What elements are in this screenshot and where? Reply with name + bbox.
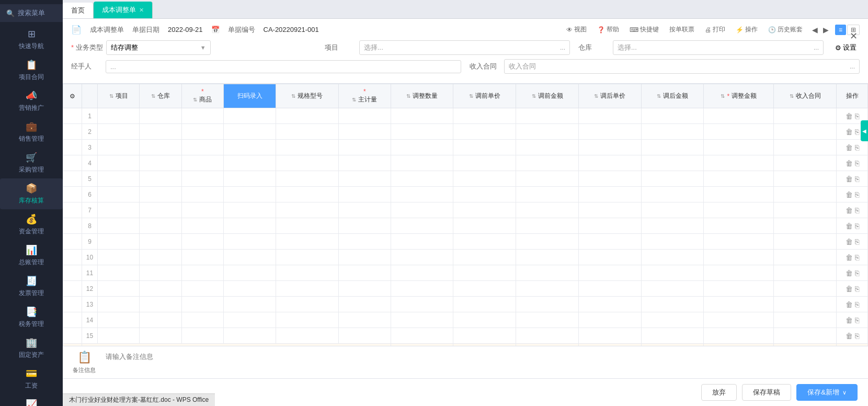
row-income-contract-2[interactable] (774, 124, 837, 140)
row-scan-2[interactable] (224, 124, 276, 140)
row-unit-2[interactable] (338, 124, 391, 140)
row-after-price-15[interactable] (578, 328, 641, 344)
print-btn[interactable]: 🖨 打印 (702, 24, 728, 35)
row-adj-amount-6[interactable] (704, 187, 774, 202)
table-row[interactable]: 1 🗑 ⎘ (63, 108, 868, 124)
row-product-2[interactable] (181, 124, 223, 140)
row-delete-icon-5[interactable]: 🗑 (846, 175, 853, 183)
row-project-11[interactable] (98, 265, 140, 281)
sidebar-item-fixed-assets[interactable]: 🏢 固定资产 (0, 333, 63, 364)
row-product-15[interactable] (181, 328, 223, 344)
row-project-9[interactable] (98, 234, 140, 250)
row-unit-14[interactable] (338, 312, 391, 328)
row-adj-amount-3[interactable] (704, 140, 774, 155)
table-row[interactable]: 8 🗑 ⎘ (63, 218, 868, 234)
warehouse-input[interactable]: 选择... ... (613, 40, 824, 55)
row-after-amount-14[interactable] (641, 312, 704, 328)
warehouse-ellipsis-icon[interactable]: ... (814, 44, 819, 51)
row-scan-3[interactable] (224, 140, 276, 155)
col-header-after-price[interactable]: ⇅ 调后单价 (578, 84, 641, 108)
row-adj-qty-7[interactable] (391, 202, 453, 218)
row-warehouse-13[interactable] (140, 297, 181, 312)
table-row[interactable]: 7 🗑 ⎘ (63, 202, 868, 218)
col-header-product[interactable]: ⇅ 商品 (181, 84, 223, 108)
row-income-contract-6[interactable] (774, 187, 837, 202)
row-income-contract-1[interactable] (774, 108, 837, 124)
row-prev-price-8[interactable] (453, 218, 516, 234)
row-warehouse-3[interactable] (140, 140, 181, 155)
row-spec-5[interactable] (276, 171, 339, 187)
row-delete-icon-6[interactable]: 🗑 (846, 190, 853, 199)
row-project-5[interactable] (98, 171, 140, 187)
sidebar-item-sales-promotion[interactable]: 📣 营销推广 (0, 86, 63, 117)
row-adj-qty-10[interactable] (391, 250, 453, 265)
row-prev-price-7[interactable] (453, 202, 516, 218)
sidebar-item-payroll[interactable]: 💳 工资 (0, 364, 63, 394)
row-after-amount-1[interactable] (641, 108, 704, 124)
row-warehouse-14[interactable] (140, 312, 181, 328)
row-unit-6[interactable] (338, 187, 391, 202)
row-spec-2[interactable] (276, 124, 339, 140)
row-unit-5[interactable] (338, 171, 391, 187)
row-spec-4[interactable] (276, 155, 339, 171)
row-adj-amount-13[interactable] (704, 297, 774, 312)
row-prev-price-13[interactable] (453, 297, 516, 312)
row-unit-11[interactable] (338, 265, 391, 281)
row-delete-icon-13[interactable]: 🗑 (846, 300, 853, 309)
row-scan-6[interactable] (224, 187, 276, 202)
sidebar-item-funds-mgmt[interactable]: 💰 资金管理 (0, 209, 63, 240)
prev-page-btn[interactable]: ◀ (810, 25, 820, 35)
row-spec-8[interactable] (276, 218, 339, 234)
row-adj-amount-9[interactable] (704, 234, 774, 250)
row-copy-icon-3[interactable]: ⎘ (855, 143, 859, 152)
search-menu-button[interactable]: 🔍 搜索菜单 (0, 4, 63, 22)
sidebar-item-tax-mgmt[interactable]: 📑 税务管理 (0, 302, 63, 333)
row-income-contract-3[interactable] (774, 140, 837, 155)
row-scan-13[interactable] (224, 297, 276, 312)
row-income-contract-11[interactable] (774, 265, 837, 281)
row-warehouse-4[interactable] (140, 155, 181, 171)
row-adj-amount-5[interactable] (704, 171, 774, 187)
row-unit-7[interactable] (338, 202, 391, 218)
row-after-price-6[interactable] (578, 187, 641, 202)
row-adj-qty-3[interactable] (391, 140, 453, 155)
row-product-10[interactable] (181, 250, 223, 265)
row-copy-icon-4[interactable]: ⎘ (855, 159, 859, 167)
row-prev-price-9[interactable] (453, 234, 516, 250)
row-after-price-13[interactable] (578, 297, 641, 312)
row-after-price-1[interactable] (578, 108, 641, 124)
col-header-income-contract[interactable]: ⇅ 收入合同 (774, 84, 837, 108)
row-after-amount-5[interactable] (641, 171, 704, 187)
sidebar-item-inventory-calc[interactable]: 📦 库存核算 (0, 178, 63, 209)
row-prev-amount-7[interactable] (516, 202, 579, 218)
row-prev-amount-15[interactable] (516, 328, 579, 344)
row-after-price-9[interactable] (578, 234, 641, 250)
sidebar-item-ops-mgmt[interactable]: 📈 经营管理 (0, 394, 63, 406)
row-prev-price-5[interactable] (453, 171, 516, 187)
row-copy-icon-7[interactable]: ⎘ (855, 206, 859, 215)
row-adj-amount-7[interactable] (704, 202, 774, 218)
row-adj-qty-2[interactable] (391, 124, 453, 140)
row-product-1[interactable] (181, 108, 223, 124)
row-scan-1[interactable] (224, 108, 276, 124)
row-spec-6[interactable] (276, 187, 339, 202)
row-warehouse-15[interactable] (140, 328, 181, 344)
row-after-amount-11[interactable] (641, 265, 704, 281)
row-adj-amount-8[interactable] (704, 218, 774, 234)
row-income-contract-7[interactable] (774, 202, 837, 218)
row-project-7[interactable] (98, 202, 140, 218)
sidebar-item-invoice-mgmt[interactable]: 🧾 发票管理 (0, 271, 63, 302)
row-product-9[interactable] (181, 234, 223, 250)
sidebar-item-sales-mgmt[interactable]: 💼 销售管理 (0, 117, 63, 148)
row-after-amount-4[interactable] (641, 155, 704, 171)
row-income-contract-8[interactable] (774, 218, 837, 234)
row-prev-amount-2[interactable] (516, 124, 579, 140)
row-project-10[interactable] (98, 250, 140, 265)
row-after-amount-10[interactable] (641, 250, 704, 265)
row-adj-amount-15[interactable] (704, 328, 774, 344)
row-copy-icon-14[interactable]: ⎘ (855, 316, 859, 324)
row-after-amount-12[interactable] (641, 281, 704, 297)
row-delete-icon-11[interactable]: 🗑 (846, 269, 853, 277)
row-after-amount-8[interactable] (641, 218, 704, 234)
row-after-amount-7[interactable] (641, 202, 704, 218)
